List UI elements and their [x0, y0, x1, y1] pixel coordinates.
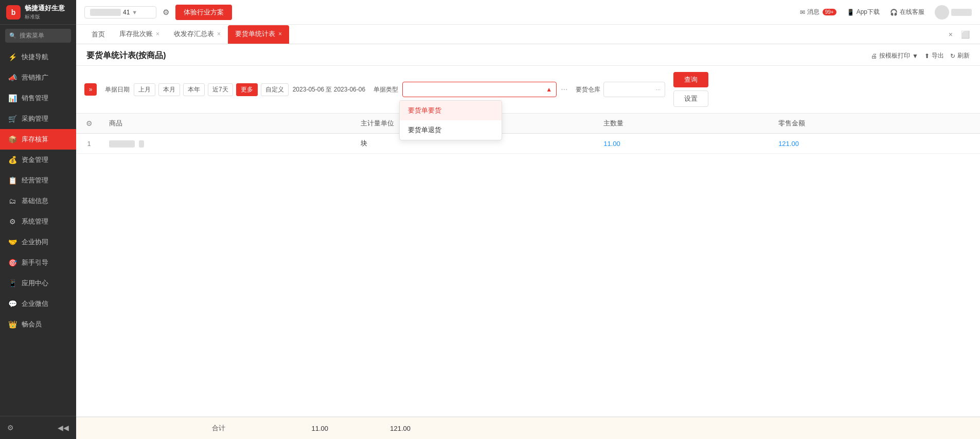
logo-text: 畅捷通好生意 标准版	[25, 4, 65, 20]
row-amount: 121.00	[771, 134, 980, 154]
set-btn[interactable]: 设置	[673, 90, 708, 107]
sidebar-item-enterprise[interactable]: 🤝 企业协同	[0, 232, 76, 252]
tab-inventory-batch[interactable]: 库存批次账 ×	[112, 25, 167, 44]
warehouse-chevron-icon: ···	[655, 86, 661, 93]
main-area: 41 ▼ ⚙ 体验行业方案 ✉ 消息 99+ 📱 App下载 🎧 在线客服	[76, 0, 980, 439]
sidebar-item-quick-nav[interactable]: ⚡ 快捷导航	[0, 47, 76, 67]
export-icon: ⬆	[924, 52, 930, 60]
tab-close-window-btn[interactable]: ×	[947, 28, 955, 41]
sidebar-search[interactable]: 🔍 搜索菜单	[5, 29, 71, 43]
table-settings-icon[interactable]: ⚙	[86, 119, 93, 127]
export-btn[interactable]: ⬆ 导出	[924, 51, 944, 60]
tab-close-receipt-summary[interactable]: ×	[217, 30, 221, 38]
sidebar-item-operation[interactable]: 📋 经营管理	[0, 170, 76, 191]
wechat-icon: 💬	[7, 299, 17, 309]
messages-item[interactable]: ✉ 消息 99+	[800, 8, 836, 16]
sidebar-item-system[interactable]: ⚙ 系统管理	[0, 211, 76, 232]
tab-receipt-summary[interactable]: 收发存汇总表 ×	[167, 25, 228, 44]
sidebar-item-label: 快捷导航	[22, 52, 48, 62]
purchase-icon: 🛒	[7, 114, 17, 124]
sidebar-item-label: 库存核算	[22, 135, 48, 144]
sales-icon: 📊	[7, 93, 17, 103]
app-center-icon: 📱	[7, 278, 17, 288]
sidebar-item-label: 营销推广	[22, 73, 48, 82]
col-quantity: 主数量	[596, 114, 771, 134]
sidebar-bottom: ⚙ ◀◀	[0, 416, 76, 439]
sidebar-item-marketing[interactable]: 📣 营销推广	[0, 67, 76, 88]
filter-expand-btn[interactable]: »	[84, 83, 97, 96]
sidebar-nav: ⚡ 快捷导航 📣 营销推广 📊 销售管理 🛒 采购管理 📦 库存核算 💰 资金管…	[0, 47, 76, 416]
topbar-left: 41 ▼ ⚙ 体验行业方案	[84, 5, 232, 20]
custom-btn[interactable]: 自定义	[261, 83, 289, 96]
type-chevron-icon[interactable]: ▲	[546, 86, 552, 93]
dropdown-item-return[interactable]: 要货单退货	[400, 120, 502, 140]
query-btn[interactable]: 查询	[673, 72, 708, 87]
tabs-bar: 首页 库存批次账 × 收发存汇总表 × 要货单统计表 × × ⬜	[76, 25, 980, 44]
sidebar-item-finance[interactable]: 💰 资金管理	[0, 150, 76, 170]
warehouse-select[interactable]: ···	[603, 82, 665, 97]
marketing-icon: 📣	[7, 72, 17, 83]
sidebar-item-label: 企业协同	[22, 237, 48, 247]
sidebar-item-label: 基础信息	[22, 196, 48, 206]
tab-order-stats[interactable]: 要货单统计表 ×	[228, 25, 289, 44]
sidebar: b 畅捷通好生意 标准版 🔍 搜索菜单 ⚡ 快捷导航 📣 营销推广 📊 销售管理…	[0, 0, 76, 439]
filter-more-dots[interactable]: ···	[561, 85, 567, 94]
refresh-btn[interactable]: ↻ 刷新	[950, 51, 970, 60]
user-item[interactable]	[935, 5, 972, 20]
type-select-box[interactable]: ▲	[402, 82, 557, 97]
settings-bottom-icon[interactable]: ⚙	[5, 422, 16, 434]
col-settings[interactable]: ⚙	[76, 114, 102, 134]
system-icon: ⚙	[7, 216, 17, 227]
tab-home[interactable]: 首页	[84, 26, 112, 43]
guide-icon: 🎯	[7, 258, 17, 268]
sidebar-item-sales[interactable]: 📊 销售管理	[0, 88, 76, 108]
sidebar-item-member[interactable]: 👑 畅会员	[0, 314, 76, 335]
type-label: 单据类型	[373, 85, 398, 94]
sidebar-search-label: 搜索菜单	[20, 31, 44, 40]
tab-close-order-stats[interactable]: ×	[278, 30, 282, 38]
tab-maximize-btn[interactable]: ⬜	[959, 28, 972, 41]
dropdown-item-order[interactable]: 要货单要货	[400, 101, 502, 120]
messages-icon: ✉	[800, 9, 805, 16]
tab-close-inventory-batch[interactable]: ×	[156, 30, 159, 38]
sidebar-item-purchase[interactable]: 🛒 采购管理	[0, 108, 76, 129]
sidebar-item-basic-info[interactable]: 🗂 基础信息	[0, 191, 76, 211]
topbar-search-box[interactable]: 41 ▼	[84, 6, 156, 19]
more-btn[interactable]: 更多	[236, 83, 258, 96]
sidebar-item-label: 企业微信	[22, 299, 48, 308]
warehouse-label: 要货仓库	[576, 85, 600, 94]
table-area: ⚙ 商品 主计量单位 主数量 零售金额 1	[76, 114, 980, 416]
last-7days-btn[interactable]: 近7天	[208, 83, 233, 96]
messages-label: 消息	[807, 8, 819, 16]
topbar-gear-icon[interactable]: ⚙	[163, 8, 169, 17]
print-icon: 🖨	[871, 52, 877, 60]
print-template-btn[interactable]: 🖨 按模板打印 ▼	[871, 51, 918, 60]
industry-btn[interactable]: 体验行业方案	[175, 5, 232, 20]
sidebar-item-label: 资金管理	[22, 155, 48, 164]
topbar-right: ✉ 消息 99+ 📱 App下载 🎧 在线客服	[800, 5, 972, 20]
type-dropdown: 要货单要货 要货单退货	[399, 100, 502, 140]
app-download-item[interactable]: 📱 App下载	[847, 8, 880, 16]
sidebar-item-guide[interactable]: 🎯 新手引导	[0, 252, 76, 273]
sidebar-item-app-center[interactable]: 📱 应用中心	[0, 273, 76, 294]
col-amount: 零售金额	[771, 114, 980, 134]
phone-icon: 📱	[847, 9, 854, 16]
sidebar-item-label: 采购管理	[22, 114, 48, 123]
sidebar-item-inventory[interactable]: 📦 库存核算	[0, 129, 76, 150]
page-header-actions: 🖨 按模板打印 ▼ ⬆ 导出 ↻ 刷新	[871, 51, 970, 60]
row-product	[102, 134, 353, 154]
quick-nav-icon: ⚡	[7, 52, 17, 62]
collapse-icon[interactable]: ◀◀	[56, 422, 71, 434]
online-service-item[interactable]: 🎧 在线客服	[890, 8, 924, 16]
finance-icon: 💰	[7, 155, 17, 165]
refresh-icon: ↻	[950, 52, 955, 60]
sidebar-item-wechat[interactable]: 💬 企业微信	[0, 294, 76, 314]
table-header-row: ⚙ 商品 主计量单位 主数量 零售金额	[76, 114, 980, 134]
last-month-btn[interactable]: 上月	[134, 83, 155, 96]
this-month-btn[interactable]: 本月	[158, 83, 180, 96]
basic-info-icon: 🗂	[7, 196, 17, 206]
user-avatar	[935, 5, 949, 20]
this-year-btn[interactable]: 本年	[183, 83, 205, 96]
footer-amount: 121.00	[349, 425, 411, 432]
sidebar-logo: b 畅捷通好生意 标准版	[0, 0, 76, 25]
